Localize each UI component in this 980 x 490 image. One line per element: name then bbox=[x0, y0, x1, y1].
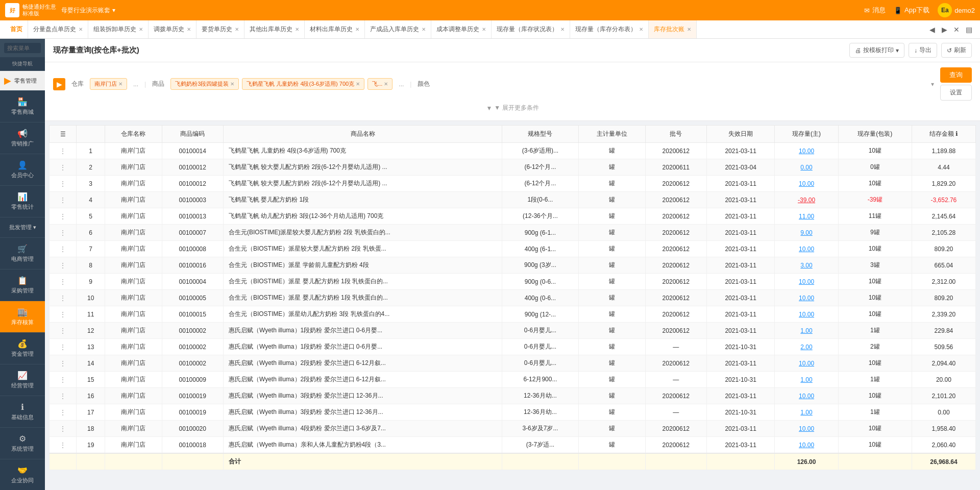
row-qty-main[interactable]: 2.00 bbox=[775, 339, 839, 355]
row-qty-main[interactable]: 10.00 bbox=[775, 437, 839, 454]
sidebar-item-purchase[interactable]: 📋 采购管理 bbox=[0, 270, 45, 301]
row-ops[interactable]: ⋮ bbox=[50, 257, 77, 274]
close-icon[interactable]: ✕ bbox=[295, 27, 299, 32]
row-ops[interactable]: ⋮ bbox=[50, 388, 77, 404]
tab-6[interactable]: 材料出库单历史 ✕ bbox=[305, 20, 365, 39]
row-qty-main[interactable]: 1.00 bbox=[775, 372, 839, 388]
row-ops[interactable]: ⋮ bbox=[50, 306, 77, 323]
row-ops[interactable]: ⋮ bbox=[50, 372, 77, 388]
row-ops[interactable]: ⋮ bbox=[50, 159, 77, 176]
tab-4[interactable]: 要货单历史 ✕ bbox=[197, 20, 244, 39]
app-download-btn[interactable]: 📱 App下载 bbox=[894, 6, 929, 15]
export-btn[interactable]: ↓ 导出 bbox=[909, 43, 937, 58]
tab-9[interactable]: 现存量（库存状况表） ✕ bbox=[492, 20, 570, 39]
row-warehouse: 南岸门店 bbox=[105, 159, 162, 176]
sidebar-item-inventory[interactable]: 🏬 库存核算 bbox=[0, 301, 45, 333]
row-qty-main[interactable]: 9.00 bbox=[775, 225, 839, 241]
search-input[interactable] bbox=[4, 43, 41, 53]
filter-expand-btn[interactable]: ▶ bbox=[53, 78, 65, 90]
row-qty-main[interactable]: 10.00 bbox=[775, 274, 839, 290]
tab-3[interactable]: 调拨单历史 ✕ bbox=[149, 20, 197, 39]
remove-goods-tag2-btn[interactable]: ✕ bbox=[356, 81, 360, 87]
tab-1[interactable]: 分量盘点单历史 ✕ bbox=[28, 20, 88, 39]
close-icon[interactable]: ✕ bbox=[355, 27, 359, 32]
row-qty-main[interactable]: 10.00 bbox=[775, 176, 839, 192]
sidebar-item-marketing[interactable]: 📢 营销推广 bbox=[0, 122, 45, 154]
sidebar-item-basic-info[interactable]: ℹ 基础信息 bbox=[0, 396, 45, 428]
row-spec: 400g (0-6... bbox=[502, 290, 578, 306]
row-qty-main[interactable]: 10.00 bbox=[775, 290, 839, 306]
close-icon[interactable]: ✕ bbox=[79, 27, 83, 32]
remove-warehouse-tag-btn[interactable]: ✕ bbox=[118, 81, 122, 87]
sidebar-item-ecommerce[interactable]: 🛒 电商管理 bbox=[0, 238, 45, 270]
nav-more-btn[interactable]: ▤ bbox=[963, 23, 975, 36]
sidebar-item-wholesale[interactable]: 批发管理 ▾ bbox=[0, 217, 45, 238]
row-ops[interactable]: ⋮ bbox=[50, 208, 77, 225]
row-qty-main[interactable]: 10.00 bbox=[775, 306, 839, 323]
sidebar-item-collab[interactable]: 🤝 企业协同 bbox=[0, 459, 45, 490]
row-ops[interactable]: ⋮ bbox=[50, 421, 77, 437]
row-ops[interactable]: ⋮ bbox=[50, 290, 77, 306]
row-ops[interactable]: ⋮ bbox=[50, 355, 77, 372]
remove-goods-tag1-btn[interactable]: ✕ bbox=[230, 81, 234, 87]
row-ops[interactable]: ⋮ bbox=[50, 323, 77, 339]
print-btn[interactable]: 🖨 按模板打印 ▾ bbox=[849, 43, 904, 58]
row-ops[interactable]: ⋮ bbox=[50, 192, 77, 208]
row-qty-main[interactable]: 10.00 bbox=[775, 421, 839, 437]
row-ops[interactable]: ⋮ bbox=[50, 241, 77, 257]
account-dropdown[interactable]: 母婴行业演示账套 ▾ bbox=[61, 6, 115, 15]
close-icon[interactable]: ✕ bbox=[687, 27, 691, 32]
tab-10[interactable]: 现存量（库存分布表） ✕ bbox=[570, 20, 649, 39]
row-qty-main[interactable]: 3.00 bbox=[775, 257, 839, 274]
close-icon[interactable]: ✕ bbox=[482, 27, 486, 32]
tab-home[interactable]: 首页 bbox=[5, 20, 28, 39]
row-qty-main[interactable]: 1.00 bbox=[775, 323, 839, 339]
close-icon[interactable]: ✕ bbox=[422, 27, 426, 32]
row-ops[interactable]: ⋮ bbox=[50, 437, 77, 454]
settings-btn[interactable]: 设置 bbox=[940, 85, 972, 101]
nav-prev-btn[interactable]: ◀ bbox=[926, 23, 938, 36]
row-qty-main[interactable]: 10.00 bbox=[775, 388, 839, 404]
row-ops[interactable]: ⋮ bbox=[50, 176, 77, 192]
messages-btn[interactable]: ✉ 消息 bbox=[864, 6, 886, 15]
sidebar-item-retail-mgmt[interactable]: ▶ 零售管理 bbox=[0, 71, 45, 91]
user-menu[interactable]: Ea demo2 bbox=[938, 3, 975, 17]
row-qty-main[interactable]: 1.00 bbox=[775, 404, 839, 421]
nav-next-btn[interactable]: ▶ bbox=[938, 23, 950, 36]
close-icon[interactable]: ✕ bbox=[139, 27, 143, 32]
refresh-btn[interactable]: ↺ 刷新 bbox=[941, 43, 972, 58]
expand-more-conditions-btn[interactable]: ▼ ▼ 展开更多条件 bbox=[53, 101, 972, 115]
tab-2[interactable]: 组装拆卸单历史 ✕ bbox=[88, 20, 149, 39]
sidebar-item-system[interactable]: ⚙ 系统管理 bbox=[0, 428, 45, 459]
row-ops[interactable]: ⋮ bbox=[50, 274, 77, 290]
tab-11-active[interactable]: 库存批次账 ✕ bbox=[649, 20, 697, 39]
row-qty-main[interactable]: 11.00 bbox=[775, 208, 839, 225]
close-icon[interactable]: ✕ bbox=[235, 27, 239, 32]
row-ops[interactable]: ⋮ bbox=[50, 143, 77, 159]
row-qty-main[interactable]: 0.00 bbox=[775, 159, 839, 176]
sidebar-item-business[interactable]: 📈 经营管理 bbox=[0, 364, 45, 396]
row-ops[interactable]: ⋮ bbox=[50, 225, 77, 241]
tab-7[interactable]: 产成品入库单历史 ✕ bbox=[365, 20, 431, 39]
tab-8[interactable]: 成本调整单历史 ✕ bbox=[431, 20, 492, 39]
row-ops[interactable]: ⋮ bbox=[50, 339, 77, 355]
close-icon[interactable]: ✕ bbox=[560, 27, 565, 32]
sidebar-item-finance[interactable]: 💰 资金管理 bbox=[0, 333, 45, 364]
close-icon[interactable]: ✕ bbox=[187, 27, 191, 32]
color-dropdown-arrow[interactable]: ▾ bbox=[931, 81, 934, 88]
row-qty-main[interactable]: 10.00 bbox=[775, 143, 839, 159]
warehouse-more-btn[interactable]: ... bbox=[133, 81, 138, 88]
nav-close-btn[interactable]: ✕ bbox=[950, 23, 963, 36]
sidebar-item-retail-mall[interactable]: 🏪 零售商城 bbox=[0, 91, 45, 122]
close-icon[interactable]: ✕ bbox=[639, 27, 643, 32]
remove-goods-tag3-btn[interactable]: ✕ bbox=[384, 81, 388, 87]
row-qty-main[interactable]: -39.00 bbox=[775, 192, 839, 208]
sidebar-item-retail-stats[interactable]: 📊 零售统计 bbox=[0, 186, 45, 217]
row-qty-main[interactable]: 10.00 bbox=[775, 241, 839, 257]
row-qty-main[interactable]: 10.00 bbox=[775, 355, 839, 372]
tab-5[interactable]: 其他出库单历史 ✕ bbox=[244, 20, 305, 39]
goods-more-btn[interactable]: ... bbox=[399, 81, 404, 88]
row-ops[interactable]: ⋮ bbox=[50, 404, 77, 421]
query-btn[interactable]: 查询 bbox=[940, 67, 972, 83]
sidebar-item-member[interactable]: 👤 会员中心 bbox=[0, 154, 45, 186]
